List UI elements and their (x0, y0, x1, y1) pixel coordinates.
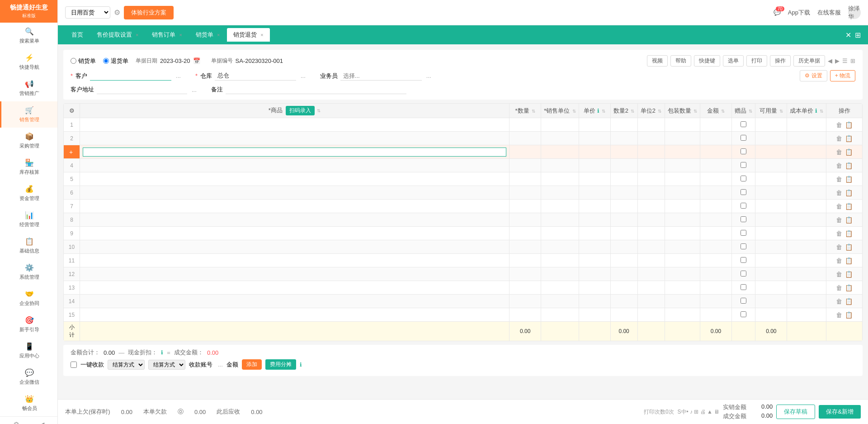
gift-checkbox[interactable] (741, 189, 746, 195)
operate-btn[interactable]: 操作 (770, 55, 791, 67)
save-new-button[interactable]: 保存&新增 (819, 405, 861, 419)
available-cell[interactable] (755, 308, 787, 322)
unit2-cell[interactable] (637, 200, 665, 213)
unit2-cell[interactable] (637, 172, 665, 186)
add-payment-btn[interactable]: 添加 (242, 359, 262, 370)
settlement-method-select[interactable]: 结算方式 (108, 360, 145, 370)
pkg-qty-cell[interactable] (665, 213, 700, 227)
unit-sort-icon[interactable]: ⇅ (572, 109, 576, 114)
copy-row-button[interactable]: 📋 (845, 271, 853, 278)
unit-price-cell[interactable] (579, 308, 610, 322)
nav-next-icon[interactable]: ▶ (835, 57, 840, 64)
help-btn[interactable]: 帮助 (670, 55, 691, 67)
amount-cell[interactable] (700, 213, 731, 227)
product-cell[interactable] (80, 267, 509, 281)
sales-unit-cell[interactable] (541, 267, 579, 281)
delete-row-button[interactable]: 🗑 (836, 311, 842, 319)
available-cell[interactable] (755, 281, 787, 295)
radio-sales[interactable]: 销货单 (71, 57, 96, 65)
sidebar-item-system[interactable]: ⚙️ 系统管理 (0, 259, 57, 285)
cost-unit-cell[interactable] (787, 227, 826, 240)
qty2-cell[interactable] (610, 159, 637, 172)
copy-row-button[interactable]: 📋 (845, 284, 853, 291)
gift-cell[interactable] (731, 118, 755, 132)
amount-cell[interactable] (700, 172, 731, 186)
product-cell[interactable] (80, 132, 509, 145)
product-cell[interactable] (80, 145, 509, 159)
sales-unit-cell[interactable] (541, 200, 579, 213)
gift-checkbox[interactable] (741, 298, 746, 304)
gift-checkbox[interactable] (741, 230, 746, 236)
unit2-cell[interactable] (637, 118, 665, 132)
qty2-cell[interactable] (610, 240, 637, 254)
unit2-cell[interactable] (637, 254, 665, 267)
unit-price-cell[interactable] (579, 145, 610, 159)
product-cell[interactable] (80, 281, 509, 295)
gift-checkbox[interactable] (741, 271, 746, 276)
scan-input-btn[interactable]: 扫码录入 (286, 106, 315, 115)
copy-row-button[interactable]: 📋 (845, 176, 853, 183)
copy-row-button[interactable]: 📋 (845, 121, 853, 129)
pkg-qty-cell[interactable] (665, 240, 700, 254)
delete-row-button[interactable]: 🗑 (836, 162, 842, 169)
qty2-cell[interactable] (610, 267, 637, 281)
cost-unit-cell[interactable] (787, 118, 826, 132)
pkg-qty-cell[interactable] (665, 281, 700, 295)
pkg-qty-cell[interactable] (665, 295, 700, 308)
add-row-button[interactable]: + (66, 148, 75, 157)
cost-unit-cell[interactable] (787, 200, 826, 213)
tab-price-setting[interactable]: 售价提取设置 × (90, 28, 145, 42)
product-cell[interactable] (80, 159, 509, 172)
customer-more-icon[interactable]: ... (176, 72, 181, 79)
gift-checkbox[interactable] (741, 148, 746, 154)
expense-split-btn[interactable]: 费用分摊 (265, 359, 296, 370)
gift-cell[interactable] (731, 145, 755, 159)
sidebar-item-weixin[interactable]: 💬 企业微信 (0, 364, 57, 390)
sidebar-item-marketing[interactable]: 📢 营销推广 (0, 75, 57, 101)
sidebar-item-guide[interactable]: 🎯 新手引导 (0, 311, 57, 338)
tab-sales-delivery[interactable]: 销货单 × (189, 28, 226, 42)
copy-row-button[interactable]: 📋 (845, 230, 853, 237)
cost-unit-cell[interactable] (787, 213, 826, 227)
qty2-cell[interactable] (610, 254, 637, 267)
copy-row-button[interactable]: 📋 (845, 162, 853, 169)
cost-unit-cell[interactable] (787, 267, 826, 281)
salesperson-input[interactable] (340, 71, 422, 81)
product-cell[interactable] (80, 200, 509, 213)
sales-unit-cell[interactable] (541, 132, 579, 145)
calendar-icon[interactable]: 📅 (193, 57, 200, 64)
gift-cell[interactable] (731, 267, 755, 281)
sales-unit-cell[interactable] (541, 213, 579, 227)
sidebar-item-basic[interactable]: 📋 基础信息 (0, 233, 57, 259)
experience-plan-button[interactable]: 体验行业方案 (124, 6, 174, 19)
product-cell[interactable] (80, 254, 509, 267)
gift-checkbox[interactable] (741, 257, 746, 263)
unit2-cell[interactable] (637, 159, 665, 172)
sales-unit-cell[interactable] (541, 118, 579, 132)
available-cell[interactable] (755, 240, 787, 254)
grid-view-icon[interactable]: ⊞ (850, 57, 855, 64)
copy-row-button[interactable]: 📋 (845, 311, 853, 319)
warehouse-input[interactable] (215, 71, 296, 81)
sales-unit-cell[interactable] (541, 254, 579, 267)
sidebar-item-apps[interactable]: 📱 应用中心 (0, 338, 57, 364)
product-input[interactable] (83, 148, 506, 157)
radio-sales-input[interactable] (71, 58, 76, 64)
price-sort-icon[interactable]: ⇅ (602, 109, 605, 114)
tab-sales-return-close[interactable]: × (260, 32, 263, 38)
pkg-qty-cell[interactable] (665, 308, 700, 322)
sidebar-item-sales[interactable]: 🛒 销售管理 (0, 101, 57, 128)
salesperson-more-icon[interactable]: ... (426, 72, 431, 79)
gift-checkbox[interactable] (741, 135, 746, 141)
delete-row-button[interactable]: 🗑 (836, 148, 842, 156)
qty2-cell[interactable] (610, 145, 637, 159)
available-cell[interactable] (755, 213, 787, 227)
tab-sales-return[interactable]: 销货退货 × (227, 28, 269, 42)
cost-unit-cell[interactable] (787, 295, 826, 308)
tab-home[interactable]: 首页 (65, 28, 90, 42)
sales-unit-cell[interactable] (541, 240, 579, 254)
warehouse-more-icon[interactable]: ... (301, 72, 306, 79)
amount-cell[interactable] (700, 200, 731, 213)
delete-row-button[interactable]: 🗑 (836, 121, 842, 129)
amount-cell[interactable] (700, 267, 731, 281)
